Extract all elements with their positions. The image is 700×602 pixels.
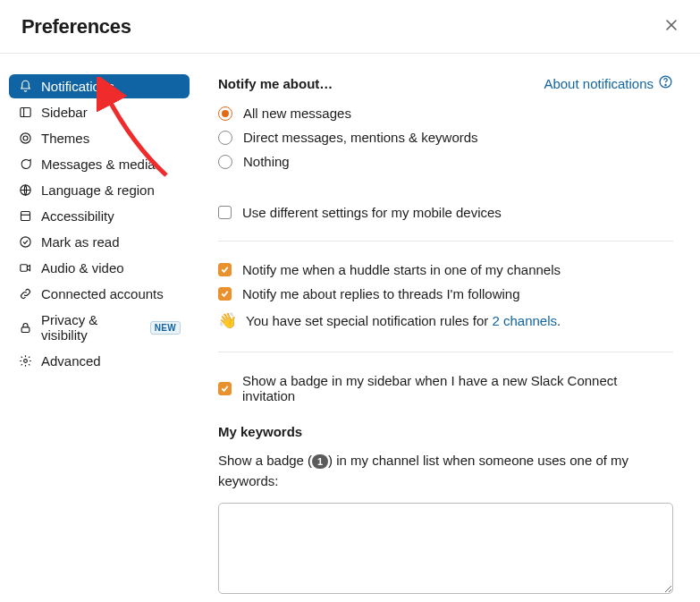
sidebar-item-audio-video[interactable]: Audio & video [9,256,190,280]
radio-input[interactable] [218,155,232,169]
about-notifications-label: About notifications [544,76,654,91]
special-rules-info: 👋 You have set special notification rule… [218,306,673,335]
radio-input[interactable] [218,131,232,145]
divider [218,352,673,352]
wave-icon: 👋 [218,311,237,330]
radio-label: Direct messages, mentions & keywords [243,130,478,145]
about-notifications-link[interactable]: About notifications [544,74,673,92]
accessibility-icon [18,209,32,224]
radio-label: All new messages [243,106,351,121]
sidebar-item-label: Mark as read [41,234,120,250]
checkbox-huddle-start[interactable]: Notify me when a huddle starts in one of… [218,258,673,282]
sidebar-item-sidebar[interactable]: Sidebar [9,100,190,124]
gear-icon [18,354,32,369]
svg-point-9 [20,237,30,247]
sidebar-item-label: Privacy & visibility [41,312,145,343]
sidebar-item-notifications[interactable]: Notifications [9,74,190,98]
sidebar-item-label: Sidebar [41,105,88,120]
sidebar-item-label: Themes [41,131,89,146]
sidebar-item-label: Notifications [41,79,114,94]
svg-rect-10 [20,265,27,272]
checkbox-label: Notify me about replies to threads I'm f… [242,286,520,301]
special-rules-link[interactable]: 2 channels [492,313,557,328]
sidebar-item-language-region[interactable]: Language & region [9,178,190,202]
bell-icon [18,80,32,94]
checkbox-slack-connect-badge[interactable]: Show a badge in my sidebar when I have a… [218,369,673,408]
layout-icon [18,106,32,120]
keywords-description: Show a badge (1) in my channel list when… [218,450,673,492]
help-icon [658,74,673,92]
close-icon [664,20,679,35]
special-rules-text-suffix: . [557,313,561,328]
svg-rect-7 [21,212,30,221]
sidebar-item-themes[interactable]: Themes [9,126,190,150]
sidebar-item-accessibility[interactable]: Accessibility [9,204,190,228]
messages-icon [18,157,32,172]
mark-read-icon [18,235,32,250]
globe-icon [18,183,32,198]
radio-dm-mentions[interactable]: Direct messages, mentions & keywords [218,125,673,149]
sidebar-item-label: Advanced [41,353,101,369]
sidebar-item-label: Connected accounts [41,286,164,301]
svg-point-12 [23,360,27,363]
checkbox-label: Show a badge in my sidebar when I have a… [242,373,673,403]
link-icon [18,287,32,301]
checkbox-label: Notify me when a huddle starts in one of… [242,262,561,277]
svg-point-4 [20,133,30,143]
sidebar-item-connected-accounts[interactable]: Connected accounts [9,282,190,306]
new-badge: NEW [150,321,181,335]
notifications-panel: Notify me about… About notifications All… [197,74,700,602]
checkbox-input[interactable] [218,263,232,276]
lock-icon [18,320,32,335]
checkbox-input[interactable] [218,287,232,301]
checkbox-mobile-different[interactable]: Use different settings for my mobile dev… [218,200,673,225]
themes-icon [18,131,32,146]
sidebar-item-mark-as-read[interactable]: Mark as read [9,230,190,254]
checkbox-label: Use different settings for my mobile dev… [242,205,502,220]
sidebar-item-messages-media[interactable]: Messages & media [9,152,190,176]
keywords-heading: My keywords [218,424,673,439]
checkbox-input[interactable] [218,382,232,395]
page-title: Preferences [21,15,131,38]
sidebar-item-label: Accessibility [41,208,114,224]
count-badge: 1 [312,454,328,469]
sidebar-item-label: Audio & video [41,260,124,276]
video-icon [18,261,32,276]
sidebar-item-privacy-visibility[interactable]: Privacy & visibility NEW [9,308,190,347]
divider [218,241,673,242]
svg-point-5 [23,136,28,140]
radio-input[interactable] [218,106,232,121]
checkbox-input[interactable] [218,206,232,219]
radio-all-messages[interactable]: All new messages [218,101,673,125]
preferences-sidebar: Notifications Sidebar Themes Messages & … [0,74,197,602]
keywords-textarea[interactable] [218,503,673,594]
sidebar-item-advanced[interactable]: Advanced [9,349,190,373]
radio-nothing[interactable]: Nothing [218,149,673,174]
checkbox-thread-replies[interactable]: Notify me about replies to threads I'm f… [218,282,673,306]
dialog-header: Preferences [0,0,700,54]
radio-label: Nothing [243,154,290,169]
svg-rect-2 [20,108,30,117]
special-rules-text-prefix: You have set special notification rules … [246,313,492,328]
svg-rect-11 [21,326,30,332]
close-button[interactable] [661,14,682,38]
sidebar-item-label: Messages & media [41,157,156,172]
notify-section-title: Notify me about… [218,76,333,91]
svg-point-14 [665,84,666,85]
sidebar-item-label: Language & region [41,182,155,198]
